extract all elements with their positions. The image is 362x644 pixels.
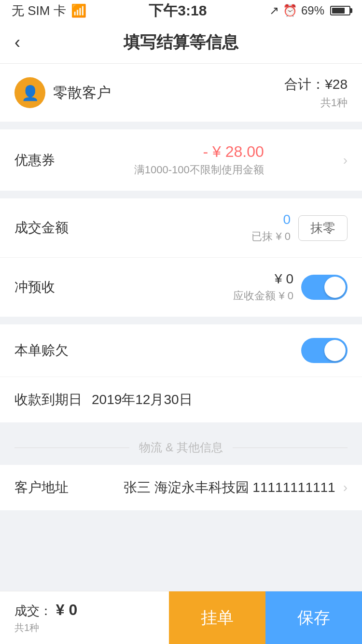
bottom-info: 成交： ¥ 0 共1种 xyxy=(0,601,169,634)
deal-right: 0 已抹 ¥ 0 抹零 xyxy=(251,212,348,244)
debt-toggle[interactable] xyxy=(301,338,348,363)
due-date-value: 2019年12月30日 xyxy=(92,391,193,409)
bottom-bar: 成交： ¥ 0 共1种 挂单 保存 xyxy=(0,591,362,644)
address-section: 客户地址 张三 海淀永丰科技园 11111111111 › xyxy=(0,465,362,510)
back-button[interactable]: ‹ xyxy=(14,32,20,53)
debt-toggle-knob xyxy=(324,340,346,361)
total-count: 共1种 xyxy=(284,96,348,110)
prepay-toggle-knob xyxy=(324,277,346,298)
deal-label: 成交金额 xyxy=(14,219,69,237)
save-label: 保存 xyxy=(297,607,330,629)
prepay-amount: ¥ 0 xyxy=(233,271,293,287)
page-title: 填写结算等信息 xyxy=(124,31,238,54)
nav-bar: ‹ 填写结算等信息 xyxy=(0,21,362,64)
carrier-text: 无 SIM 卡 xyxy=(12,2,66,19)
coupon-section: 优惠券 - ¥ 28.00 满1000-100不限制使用金额 › xyxy=(0,129,362,191)
coupon-chevron: › xyxy=(343,153,348,168)
avatar: 👤 xyxy=(14,77,45,108)
prepay-row: 冲预收 ¥ 0 应收金额 ¥ 0 xyxy=(0,258,362,317)
line-right xyxy=(233,448,348,448)
deal-values: 0 已抹 ¥ 0 xyxy=(251,212,291,244)
alarm-icon: ⏰ xyxy=(283,4,297,17)
address-right: 张三 海淀永丰科技园 11111111111 › xyxy=(124,478,348,497)
deal-prepay-section: 成交金额 0 已抹 ¥ 0 抹零 冲预收 ¥ 0 应收金额 ¥ 0 xyxy=(0,198,362,317)
address-row[interactable]: 客户地址 张三 海淀永丰科技园 11111111111 › xyxy=(0,465,362,510)
bottom-count: 共1种 xyxy=(14,621,154,634)
coupon-label: 优惠券 xyxy=(14,151,55,169)
customer-name: 零散客户 xyxy=(53,83,111,103)
customer-right: 合计：¥28 共1种 xyxy=(284,75,348,110)
debt-label: 本单赊欠 xyxy=(14,341,69,360)
deal-row: 成交金额 0 已抹 ¥ 0 抹零 xyxy=(0,198,362,258)
prepay-right: ¥ 0 应收金额 ¥ 0 xyxy=(233,271,348,303)
debt-row: 本单赊欠 xyxy=(0,324,362,377)
bottom-deal-label: 成交： xyxy=(14,603,52,618)
prepay-sub: 应收金额 ¥ 0 xyxy=(233,289,293,303)
coupon-row[interactable]: 优惠券 - ¥ 28.00 满1000-100不限制使用金额 › xyxy=(0,129,362,191)
customer-section: 👤 零散客户 合计：¥28 共1种 xyxy=(0,64,362,122)
prepay-label: 冲预收 xyxy=(14,278,55,296)
battery-text: 69% xyxy=(301,4,324,17)
pending-button[interactable]: 挂单 xyxy=(169,591,265,644)
logistics-section-header: 物流 & 其他信息 xyxy=(0,430,362,465)
status-right: ↗ ⏰ 69% xyxy=(269,4,350,17)
content-area: 👤 零散客户 合计：¥28 共1种 优惠券 - ¥ 28.00 满1000-10… xyxy=(0,64,362,576)
debt-section: 本单赊欠 收款到期日 2019年12月30日 xyxy=(0,324,362,422)
save-button[interactable]: 保存 xyxy=(265,591,362,644)
prepay-values: ¥ 0 应收金额 ¥ 0 xyxy=(233,271,293,303)
total-amount: 合计：¥28 xyxy=(284,75,348,94)
customer-left: 👤 零散客户 xyxy=(14,77,111,108)
bottom-deal-row: 成交： ¥ 0 xyxy=(14,601,154,619)
status-time: 下午3:18 xyxy=(149,1,207,21)
prepay-toggle[interactable] xyxy=(301,275,348,300)
address-value: 张三 海淀永丰科技园 11111111111 xyxy=(124,478,335,497)
location-icon: ↗ xyxy=(269,4,279,17)
status-left: 无 SIM 卡 📶 xyxy=(12,2,86,19)
coupon-amount: - ¥ 28.00 xyxy=(134,143,264,161)
pending-label: 挂单 xyxy=(201,607,234,629)
bottom-deal-amount: ¥ 0 xyxy=(56,601,77,618)
logistics-label: 物流 & 其他信息 xyxy=(139,440,223,455)
deal-sub: 已抹 ¥ 0 xyxy=(251,229,291,244)
status-bar: 无 SIM 卡 📶 下午3:18 ↗ ⏰ 69% xyxy=(0,0,362,21)
battery-icon xyxy=(330,6,350,15)
wifi-icon: 📶 xyxy=(71,3,86,18)
due-date-label: 收款到期日 xyxy=(14,391,82,409)
due-date-row: 收款到期日 2019年12月30日 xyxy=(0,377,362,422)
address-label: 客户地址 xyxy=(14,478,69,497)
coupon-right: - ¥ 28.00 满1000-100不限制使用金额 xyxy=(134,143,264,177)
round-down-button[interactable]: 抹零 xyxy=(298,215,348,241)
line-left xyxy=(14,448,129,448)
deal-value: 0 xyxy=(251,212,291,227)
back-icon: ‹ xyxy=(14,32,20,53)
avatar-icon: 👤 xyxy=(21,84,39,101)
coupon-sub: 满1000-100不限制使用金额 xyxy=(134,163,264,177)
address-chevron: › xyxy=(343,480,348,495)
